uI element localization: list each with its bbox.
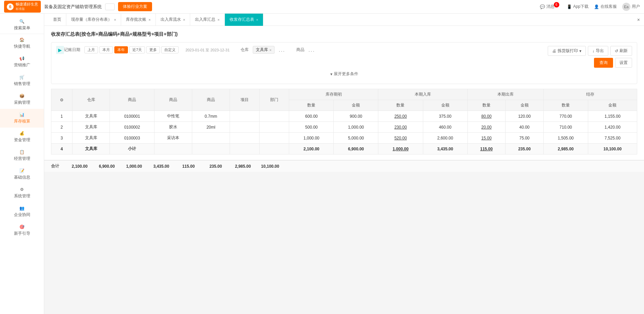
- sidebar-item-guide[interactable]: 🎯 新手引导: [0, 221, 44, 240]
- tab-batch-label: 库存批次账: [126, 17, 146, 22]
- row2-bal-amt: 1,420.00: [588, 122, 637, 133]
- table-row: 3 文具库 0100003 采访本 1,000.00 5,000.00 520.…: [51, 133, 637, 144]
- query-button[interactable]: 查询: [594, 58, 613, 68]
- row2-in-qty[interactable]: 230.00: [378, 122, 423, 133]
- goods-more-dots[interactable]: ...: [309, 47, 315, 53]
- sidebar-item-sales[interactable]: 🛒 销售管理: [0, 71, 44, 90]
- row1-in-qty[interactable]: 250.00: [378, 111, 423, 122]
- logo-area: 6 畅捷通好生意 标准版: [4, 1, 41, 12]
- tab-home[interactable]: 首页: [48, 14, 66, 26]
- total-out-amt: 235.00: [202, 164, 229, 169]
- sidebar-item-inventory[interactable]: 📊 库存核算: [0, 109, 44, 128]
- try-button[interactable]: 体验行业方案: [118, 2, 152, 11]
- user-label: 用户: [632, 4, 640, 10]
- row3-out-qty[interactable]: 15.00: [467, 133, 506, 144]
- sidebar-item-quick-nav[interactable]: 🏠 快捷导航: [0, 34, 44, 53]
- col-open-qty-header: 数量: [289, 100, 334, 111]
- tab-batch[interactable]: 库存批次账 ×: [121, 14, 155, 26]
- filter-top-row: ▶ 记账日期 上月 本月 本年 近7天 更多 自定义: [56, 46, 632, 68]
- sidebar-item-marketing[interactable]: 📢 营销推广: [0, 53, 44, 71]
- sidebar-item-operation[interactable]: 📋 经营管理: [0, 146, 44, 165]
- sidebar-item-finance[interactable]: 💰 资金管理: [0, 128, 44, 146]
- logo-icon: 6: [7, 3, 14, 10]
- sidebar-quicknav-label: 快捷导航: [14, 44, 30, 49]
- sidebar-item-collab[interactable]: 👥 企业协同: [0, 202, 44, 221]
- row1-bal-qty: 770.00: [543, 111, 588, 122]
- row2-in-amt: 460.00: [423, 122, 467, 133]
- box-icon: 📦: [19, 94, 24, 98]
- filter-main: 记账日期 上月 本月 本年 近7天 更多 自定义: [64, 46, 544, 54]
- tab-batch-close[interactable]: ×: [148, 18, 150, 22]
- col-settings-header[interactable]: ⚙: [51, 89, 72, 111]
- row2-dept: [260, 122, 289, 133]
- filter-collapse-button[interactable]: ▶: [56, 46, 64, 54]
- col-warehouse-header: 仓库: [72, 89, 110, 111]
- row1-goods-spec: 0.7mm: [192, 111, 230, 122]
- col-goods-spec-header: 商品: [192, 89, 230, 111]
- row3-goods-code: 0100003: [110, 133, 154, 144]
- top-bar-left: 6 畅捷通好生意 标准版 装备及固定资产辅助管理系统 体验行业方案: [4, 1, 152, 12]
- sidebar-sales-label: 销售管理: [14, 81, 30, 87]
- subtotal-out-qty[interactable]: 115.00: [467, 144, 506, 154]
- row3-no: 3: [51, 133, 72, 144]
- sidebar-item-purchase[interactable]: 📦 采购管理: [0, 90, 44, 109]
- subtotal-in-qty[interactable]: 1,000.00: [378, 144, 423, 154]
- row3-open-qty: 1,000.00: [289, 133, 334, 144]
- refresh-label: 刷新: [620, 48, 628, 54]
- row2-warehouse: 文具库: [72, 122, 110, 133]
- message-item[interactable]: 💬 消息 6: [540, 4, 561, 10]
- expand-conditions-button[interactable]: ▾ 展开更多条件: [326, 70, 362, 78]
- settings-button[interactable]: 设置: [615, 58, 632, 68]
- tab-flow-close[interactable]: ×: [183, 18, 185, 22]
- date-btn-this-month[interactable]: 本月: [99, 46, 113, 53]
- sidebar-item-basic[interactable]: 📝 基础信息: [0, 165, 44, 184]
- tab-summary-close[interactable]: ×: [217, 18, 219, 22]
- subtotal-empty2: [192, 144, 230, 154]
- col-in-amt-header: 金额: [423, 100, 467, 111]
- col-in-qty-header: 数量: [378, 100, 423, 111]
- col-out-qty-header: 数量: [467, 100, 506, 111]
- tab-flow-label: 出入库流水: [161, 17, 181, 22]
- col-dept-header: 部门: [260, 89, 289, 111]
- date-btn-this-year[interactable]: 本年: [114, 46, 128, 53]
- system-name: 装备及固定资产辅助管理系统: [44, 4, 102, 10]
- total-in-qty: 1,000.00: [120, 164, 148, 169]
- online-service-item[interactable]: 👤 在线客服: [594, 4, 617, 10]
- doc-icon: 📝: [19, 168, 24, 173]
- tab-stock-dist-label: 现存量（库存分布表）: [71, 17, 112, 22]
- warehouse-more-dots[interactable]: ...: [279, 47, 285, 53]
- row2-out-qty[interactable]: 20.00: [467, 122, 506, 133]
- tab-stock-dist-close[interactable]: ×: [114, 18, 116, 22]
- tab-summary-label: 出入库汇总: [195, 17, 215, 22]
- tab-recv-send[interactable]: 收发存汇总表 ×: [225, 14, 263, 26]
- export-button[interactable]: ↓ 导出: [588, 46, 608, 56]
- tab-summary[interactable]: 出入库汇总 ×: [190, 14, 225, 26]
- tab-recv-send-close[interactable]: ×: [256, 18, 258, 22]
- row3-in-qty[interactable]: 520.00: [378, 133, 423, 144]
- megaphone-icon: 📢: [19, 56, 24, 61]
- tab-flow[interactable]: 出入库流水 ×: [156, 14, 190, 26]
- system-select[interactable]: [105, 3, 115, 10]
- bottom-bar: 合计 2,100.00 6,900.00 1,000.00 3,435.00 1…: [44, 160, 644, 172]
- date-btn-more[interactable]: 更多: [146, 46, 160, 53]
- sidebar-item-system[interactable]: ⚙ 系统管理: [0, 184, 44, 202]
- date-btn-7days[interactable]: 近7天: [129, 46, 145, 53]
- logo-badge: 标准版: [16, 7, 38, 11]
- row2-goods-name: 胶水: [154, 122, 192, 133]
- sidebar-purchase-label: 采购管理: [14, 100, 30, 105]
- subtotal-empty1: [154, 144, 192, 154]
- warehouse-tag-close[interactable]: ×: [269, 48, 271, 52]
- refresh-button[interactable]: ↺ 刷新: [610, 46, 632, 56]
- total-label: 合计: [51, 163, 59, 169]
- user-item[interactable]: Ea 用户: [622, 3, 640, 11]
- tab-stock-dist[interactable]: 现存量（库存分布表） ×: [66, 14, 121, 26]
- date-btn-custom[interactable]: 自定义: [161, 46, 179, 53]
- sidebar-marketing-label: 营销推广: [14, 62, 30, 68]
- sidebar-item-search[interactable]: 🔍 搜索菜单: [0, 16, 44, 34]
- print-button[interactable]: 🖨 拣货版打印 ▾: [548, 46, 586, 56]
- row1-out-qty[interactable]: 80.00: [467, 111, 506, 122]
- app-download-item[interactable]: 📱 App下载: [567, 4, 589, 10]
- expand-row: ▾ 展开更多条件: [56, 68, 632, 80]
- date-btn-last-month[interactable]: 上月: [84, 46, 98, 53]
- tab-bar-close-button[interactable]: ×: [637, 17, 640, 22]
